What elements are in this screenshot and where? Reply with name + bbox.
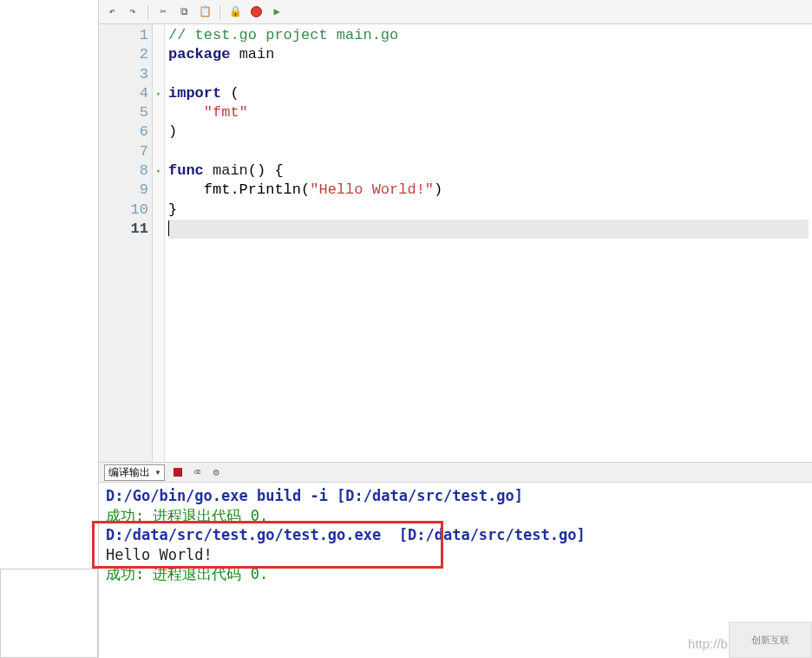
- line-number: 6: [99, 122, 152, 141]
- fold-marker: [153, 45, 164, 64]
- toolbar-separator: [219, 5, 220, 19]
- fold-marker: [153, 103, 164, 122]
- settings-button[interactable]: ⚙: [210, 466, 222, 478]
- fold-column[interactable]: ▾▾: [153, 24, 165, 462]
- line-number: 11: [99, 220, 152, 239]
- undo-button[interactable]: ↶: [104, 4, 120, 20]
- output-line: Hello World!: [106, 545, 805, 565]
- output-mode-combo[interactable]: 编译输出: [104, 464, 165, 481]
- editor-toolbar: ↶ ↷ ✂ ⧉ 📋 🔒 ▶: [99, 0, 812, 24]
- redo-button[interactable]: ↷: [125, 4, 141, 20]
- paste-button[interactable]: 📋: [197, 4, 213, 20]
- code-area[interactable]: // test.go project main.gopackage mainim…: [165, 24, 812, 462]
- code-line[interactable]: ): [168, 122, 809, 141]
- code-line[interactable]: import (: [168, 84, 809, 103]
- run-button[interactable]: ▶: [269, 4, 285, 20]
- line-number: 5: [99, 103, 152, 122]
- stop-button[interactable]: [172, 466, 184, 478]
- code-line[interactable]: [168, 65, 809, 84]
- copy-button[interactable]: ⧉: [176, 4, 192, 20]
- lock-button[interactable]: 🔒: [227, 4, 243, 20]
- code-line[interactable]: "fmt": [168, 103, 809, 122]
- output-line: 成功: 进程退出代码 0.: [106, 564, 805, 584]
- code-line[interactable]: func main() {: [168, 161, 809, 181]
- left-bottom-panel: [0, 569, 98, 658]
- code-line[interactable]: // test.go project main.go: [168, 26, 809, 45]
- line-number: 1: [99, 26, 152, 45]
- fold-marker: [153, 181, 164, 200]
- line-number-gutter: 1234567891011: [99, 24, 153, 462]
- output-line: 成功: 进程退出代码 0.: [106, 506, 805, 526]
- code-editor[interactable]: 1234567891011 ▾▾ // test.go project main…: [99, 24, 812, 462]
- line-number: 4: [99, 84, 152, 103]
- output-panel[interactable]: D:/Go/bin/go.exe build -i [D:/data/src/t…: [99, 483, 812, 658]
- stop-icon: [174, 468, 182, 477]
- fold-marker: [153, 26, 164, 45]
- logo-text: 创新互联: [751, 634, 789, 647]
- line-number: 2: [99, 45, 152, 64]
- code-line[interactable]: [168, 142, 809, 161]
- line-number: 9: [99, 181, 152, 200]
- clear-button[interactable]: ⌫: [191, 466, 203, 478]
- fold-marker: [153, 201, 164, 220]
- line-number: 10: [99, 201, 152, 220]
- output-line: D:/Go/bin/go.exe build -i [D:/data/src/t…: [106, 486, 805, 506]
- fold-marker[interactable]: ▾: [153, 161, 164, 181]
- code-line[interactable]: fmt.Println("Hello World!"): [168, 181, 809, 200]
- fold-marker: [153, 65, 164, 84]
- record-icon: [251, 6, 262, 17]
- output-line: D:/data/src/test.go/test.go.exe [D:/data…: [106, 525, 805, 545]
- cut-button[interactable]: ✂: [155, 4, 171, 20]
- text-cursor: [168, 220, 169, 236]
- code-line[interactable]: package main: [168, 45, 809, 64]
- code-line[interactable]: [168, 220, 809, 239]
- line-number: 3: [99, 65, 152, 84]
- fold-marker[interactable]: ▾: [153, 84, 164, 103]
- combo-label: 编译输出: [108, 465, 150, 480]
- toolbar-separator: [147, 5, 148, 19]
- main-area: ↶ ↷ ✂ ⧉ 📋 🔒 ▶ 1234567891011 ▾▾ // test.g…: [98, 0, 812, 658]
- line-number: 7: [99, 142, 152, 161]
- output-toolbar: 编译输出 ⌫ ⚙: [99, 462, 812, 483]
- left-panel: [0, 0, 98, 658]
- fold-marker: [153, 122, 164, 141]
- line-number: 8: [99, 161, 152, 181]
- code-line[interactable]: }: [168, 201, 809, 220]
- fold-marker: [153, 142, 164, 161]
- record-button[interactable]: [248, 4, 264, 20]
- logo-badge: 创新互联: [729, 622, 812, 658]
- fold-marker: [153, 220, 164, 239]
